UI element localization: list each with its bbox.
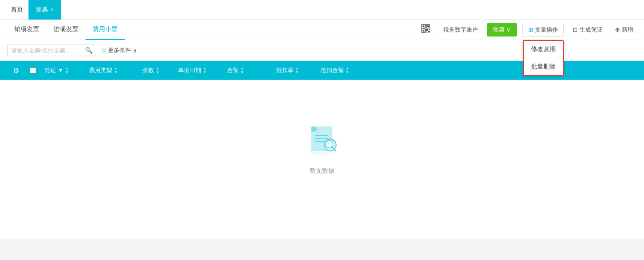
settings-icon[interactable]: ⚙ xyxy=(13,66,19,75)
empty-illustration xyxy=(300,115,344,160)
th-deduct-amount: 抵扣金额 ▲ ▼ xyxy=(317,66,637,74)
search-icon[interactable]: 🔍 xyxy=(85,47,93,54)
invoice-tab[interactable]: 发票 × xyxy=(29,0,61,20)
gen-voucher-icon: ⊡ xyxy=(573,26,578,33)
th-date-label: 单据日期 xyxy=(178,66,201,74)
th-count: 张数 ▲ ▼ xyxy=(139,66,175,74)
svg-rect-6 xyxy=(426,29,428,31)
th-amount-label: 金额 xyxy=(227,66,239,74)
th-voucher-label: 凭证 xyxy=(45,66,56,74)
add-icon: ⊕ xyxy=(615,26,620,33)
qr-icon xyxy=(421,24,431,36)
search-input[interactable] xyxy=(11,47,82,54)
th-deduct-amount-label: 抵扣金额 xyxy=(321,66,344,74)
add-label: 新增 xyxy=(622,26,633,34)
th-expense-type: 费用类型 ▲ ▼ xyxy=(86,66,139,74)
th-amount-sort[interactable]: ▲ ▼ xyxy=(240,67,244,74)
invoice-tab-close[interactable]: × xyxy=(51,7,54,13)
modify-period-item[interactable]: 修改账期 xyxy=(524,41,563,58)
empty-state: 暂无数据 xyxy=(0,80,644,193)
take-invoice-label: 取票 xyxy=(493,26,505,34)
th-voucher-filter-icon[interactable]: ▼ xyxy=(58,67,63,73)
qr-code-button[interactable] xyxy=(417,22,434,37)
th-count-sort[interactable]: ▲ ▼ xyxy=(156,67,159,74)
svg-point-17 xyxy=(328,143,329,144)
svg-rect-8 xyxy=(426,32,427,32)
th-amount: 金额 ▲ ▼ xyxy=(224,66,273,74)
tab-sales-invoice[interactable]: 销项发票 xyxy=(7,20,46,40)
more-conditions-label: 更多条件 xyxy=(108,46,131,54)
tab-input-invoice[interactable]: 进项发票 xyxy=(46,20,86,40)
th-deduct-rate: 抵扣率 ▲ ▼ xyxy=(273,66,317,74)
batch-ops-icon: ⊞ xyxy=(528,26,533,33)
svg-rect-1 xyxy=(423,25,424,27)
batch-delete-item[interactable]: 批量删除 xyxy=(524,58,563,75)
tab-expense-receipt[interactable]: 费用小票 xyxy=(86,20,125,40)
home-tab[interactable]: 首页 xyxy=(5,6,29,14)
th-date: 单据日期 ▲ ▼ xyxy=(175,66,224,74)
gen-voucher-label: 生成凭证 xyxy=(579,26,603,34)
th-date-sort[interactable]: ▲ ▼ xyxy=(203,67,207,74)
svg-point-18 xyxy=(330,144,331,146)
th-voucher-sort[interactable]: ▲ ▼ xyxy=(65,67,69,74)
more-conditions-button[interactable]: ▽ 更多条件 ∨ xyxy=(102,46,137,54)
secondary-nav: 销项发票 进项发票 费用小票 xyxy=(0,20,644,40)
take-invoice-button[interactable]: 取票 ∨ xyxy=(487,23,517,37)
select-all-checkbox[interactable] xyxy=(30,67,36,73)
th-voucher: 凭证 ▼ ▲ ▼ xyxy=(41,66,86,74)
th-settings[interactable]: ⚙ xyxy=(7,66,25,75)
batch-ops-label: 批量操作 xyxy=(535,26,558,34)
th-expense-type-sort[interactable]: ▲ ▼ xyxy=(114,67,118,74)
more-conditions-arrow-icon: ∨ xyxy=(133,47,137,54)
batch-ops-dropdown: 修改账期 批量删除 xyxy=(523,40,564,76)
add-button[interactable]: ⊕ 新增 xyxy=(611,24,637,36)
batch-ops-button[interactable]: ⊞ 批量操作 xyxy=(522,23,564,37)
svg-rect-5 xyxy=(423,30,424,32)
th-deduct-rate-label: 抵扣率 xyxy=(276,66,293,74)
th-deduct-rate-sort[interactable]: ▲ ▼ xyxy=(295,67,299,74)
search-input-wrap[interactable]: 🔍 xyxy=(7,45,96,56)
empty-text: 暂无数据 xyxy=(310,167,334,175)
svg-rect-9 xyxy=(428,31,430,32)
th-checkbox[interactable] xyxy=(25,67,41,73)
svg-rect-7 xyxy=(429,29,430,30)
svg-rect-3 xyxy=(427,25,429,27)
main-content: ⚙ 凭证 ▼ ▲ ▼ 费用类型 ▲ ▼ 张数 xyxy=(0,61,644,239)
take-invoice-arrow-icon: ∨ xyxy=(506,26,511,33)
th-deduct-amount-sort[interactable]: ▲ ▼ xyxy=(346,67,349,74)
th-count-label: 张数 xyxy=(143,66,154,74)
gen-voucher-button[interactable]: ⊡ 生成凭证 xyxy=(569,24,606,36)
filter-icon: ▽ xyxy=(102,47,106,54)
th-expense-type-label: 费用类型 xyxy=(89,66,112,74)
tax-account-button[interactable]: 税务数字账户 xyxy=(440,24,481,36)
invoice-tab-label: 发票 xyxy=(36,6,48,14)
